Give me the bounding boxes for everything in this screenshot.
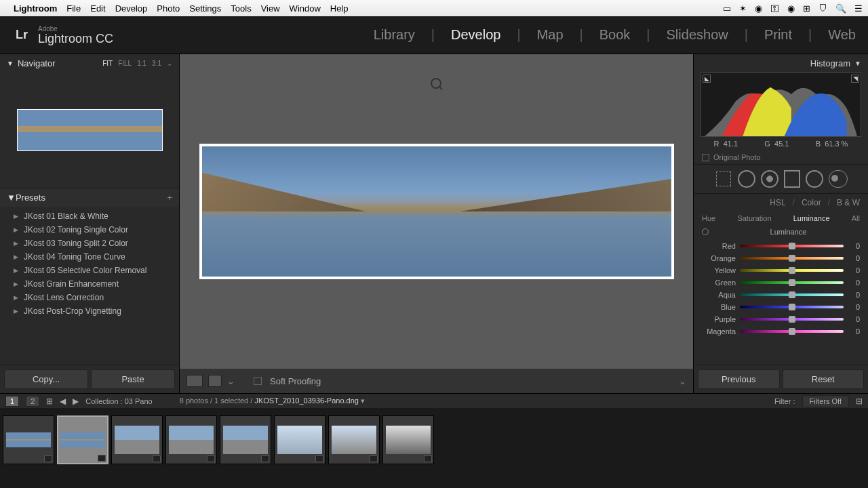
nav-forward-icon[interactable]: ▶ — [73, 396, 79, 406]
preset-item[interactable]: ▶JKost Grain Enhancement — [0, 277, 179, 291]
zoom-fit[interactable]: FIT — [102, 60, 113, 67]
crop-tool-icon[interactable] — [715, 170, 732, 188]
monitor-2-button[interactable]: 2 — [26, 396, 39, 407]
slider-handle[interactable] — [789, 279, 795, 286]
histogram-chart[interactable]: ◣ ◥ — [701, 73, 861, 137]
slider-handle[interactable] — [789, 243, 795, 249]
soft-proofing-checkbox[interactable] — [254, 377, 262, 385]
filmstrip-thumb[interactable] — [328, 415, 380, 464]
adjustment-brush-icon[interactable] — [829, 170, 848, 188]
preset-item[interactable]: ▶JKost Post-Crop Vignetting — [0, 304, 179, 318]
slider-track[interactable] — [740, 257, 844, 260]
module-slideshow[interactable]: Slideshow — [667, 27, 728, 43]
navigator-preview[interactable] — [0, 73, 179, 188]
filmstrip-thumb[interactable] — [382, 415, 434, 464]
preset-item[interactable]: ▶JKost 03 Toning Split 2 Color — [0, 237, 179, 250]
slider-track[interactable] — [740, 269, 844, 272]
key-icon[interactable]: ⚿ — [770, 3, 779, 14]
slider-handle[interactable] — [789, 291, 795, 298]
tab-hsl[interactable]: HSL — [770, 198, 785, 207]
filmstrip-thumb[interactable] — [274, 415, 326, 464]
clipping-shadows-icon[interactable]: ◣ — [703, 75, 711, 83]
spot-removal-icon[interactable] — [738, 170, 755, 188]
tab-bw[interactable]: B & W — [837, 198, 860, 207]
preset-item[interactable]: ▶JKost 04 Toning Tone Curve — [0, 250, 179, 264]
loupe-view-icon[interactable] — [186, 375, 203, 387]
preset-item[interactable]: ▶JKost 02 Toning Single Color — [0, 223, 179, 237]
module-develop[interactable]: Develop — [451, 27, 500, 43]
slider-track[interactable] — [740, 245, 844, 247]
navigator-header[interactable]: ▼ Navigator FIT FILL 1:1 3:1 ⌄ — [0, 54, 179, 73]
menu-photo[interactable]: Photo — [157, 3, 180, 14]
clipping-highlights-icon[interactable]: ◥ — [851, 75, 859, 83]
toolbar-menu-icon[interactable]: ⌄ — [679, 376, 686, 386]
module-web[interactable]: Web — [828, 27, 856, 43]
slider-handle[interactable] — [789, 255, 795, 262]
menu-settings[interactable]: Settings — [189, 3, 221, 14]
before-after-icon[interactable] — [208, 375, 222, 387]
slider-handle[interactable] — [789, 316, 795, 323]
slider-track[interactable] — [740, 306, 844, 308]
monitor-1-button[interactable]: 1 — [5, 396, 19, 407]
presets-header[interactable]: ▼ Presets + — [0, 188, 179, 207]
zoom-fill[interactable]: FILL — [118, 60, 132, 67]
filmstrip-thumb[interactable] — [3, 415, 54, 464]
checkbox-icon[interactable] — [702, 154, 709, 161]
subtab-luminance[interactable]: Luminance — [793, 214, 830, 222]
zoom-1to1[interactable]: 1:1 — [137, 60, 146, 67]
subtab-saturation[interactable]: Saturation — [737, 214, 771, 222]
display-icon[interactable]: ▭ — [723, 3, 731, 14]
module-map[interactable]: Map — [537, 27, 564, 43]
filmstrip-thumb[interactable] — [57, 415, 108, 464]
menu-help[interactable]: Help — [330, 3, 349, 14]
tab-color[interactable]: Color — [802, 198, 821, 207]
preset-item[interactable]: ▶JKost 01 Black & White — [0, 209, 179, 223]
redeye-tool-icon[interactable] — [761, 170, 778, 188]
nav-back-icon[interactable]: ◀ — [60, 396, 66, 406]
previous-button[interactable]: Previous — [698, 369, 780, 389]
slider-track[interactable] — [740, 281, 844, 284]
filmstrip-thumb[interactable] — [220, 415, 271, 464]
slider-track[interactable] — [740, 318, 844, 321]
navigator-thumbnail[interactable] — [17, 109, 163, 151]
dropdown-icon[interactable]: ⌄ — [227, 376, 235, 386]
image-canvas[interactable] — [180, 54, 693, 369]
eye-icon[interactable]: ◉ — [787, 3, 795, 14]
slider-handle[interactable] — [789, 267, 795, 274]
slider-track[interactable] — [740, 293, 844, 296]
subtab-hue[interactable]: Hue — [702, 214, 715, 222]
menu-develop[interactable]: Develop — [115, 3, 148, 14]
filmstrip-thumb[interactable] — [165, 415, 217, 464]
spotlight-icon[interactable]: 🔍 — [835, 3, 846, 14]
radial-filter-icon[interactable] — [806, 170, 823, 188]
preset-item[interactable]: ▶JKost 05 Selective Color Removal — [0, 264, 179, 277]
filter-dropdown[interactable]: Filters Off — [802, 395, 849, 407]
add-preset-icon[interactable]: + — [167, 192, 172, 203]
slider-track[interactable] — [740, 330, 844, 333]
evernote-icon[interactable]: ✶ — [739, 3, 747, 14]
menu-edit[interactable]: Edit — [90, 3, 105, 14]
subtab-all[interactable]: All — [852, 214, 860, 222]
preset-item[interactable]: ▶JKost Lens Correction — [0, 291, 179, 304]
slider-handle[interactable] — [789, 328, 795, 335]
module-book[interactable]: Book — [599, 27, 631, 43]
shield-icon[interactable]: ⛉ — [818, 3, 827, 14]
menu-file[interactable]: File — [66, 3, 81, 14]
menu-view[interactable]: View — [261, 3, 280, 14]
zoom-menu-icon[interactable]: ⌄ — [167, 60, 172, 67]
menu-window[interactable]: Window — [290, 3, 321, 14]
collection-label[interactable]: Collection : 03 Pano — [85, 397, 152, 405]
copy-button[interactable]: Copy... — [4, 369, 88, 389]
camera-icon[interactable]: ◉ — [755, 3, 762, 14]
reset-button[interactable]: Reset — [783, 369, 865, 389]
histogram-header[interactable]: Histogram ▼ — [694, 54, 868, 73]
module-library[interactable]: Library — [374, 27, 415, 43]
graduated-filter-icon[interactable] — [784, 170, 800, 188]
menu-tools[interactable]: Tools — [231, 3, 251, 14]
list-icon[interactable]: ☰ — [854, 3, 863, 14]
slider-handle[interactable] — [789, 304, 795, 310]
zoom-3to1[interactable]: 3:1 — [152, 60, 161, 67]
filename-dropdown-icon[interactable]: ▾ — [361, 396, 365, 405]
grid-view-icon[interactable]: ⊞ — [46, 396, 53, 406]
paste-button[interactable]: Paste — [91, 369, 175, 389]
